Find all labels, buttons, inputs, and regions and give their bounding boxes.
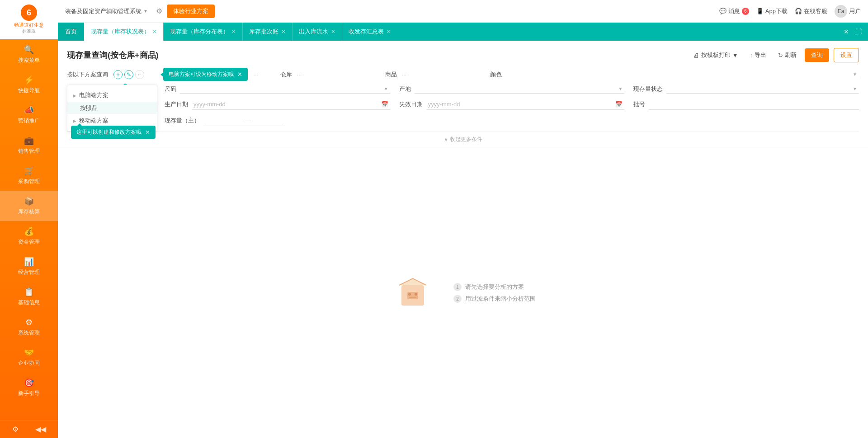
settings-bottom-icon[interactable]: ⚙ — [12, 425, 19, 433]
computer-arrow-icon: ▶ — [73, 93, 76, 98]
size-select[interactable]: ▼ — [180, 85, 390, 94]
tab-inventory-dist-close[interactable]: ✕ — [231, 28, 236, 35]
tab-inventory-status-label: 现存量（库存状况表） — [91, 28, 150, 36]
batch-no-input[interactable] — [649, 99, 859, 110]
production-date-input[interactable]: yyyy-mm-dd 📅 — [192, 99, 390, 110]
collapse-row[interactable]: ∧ 收起更多条件 — [67, 132, 859, 147]
sidebar-item-inventory[interactable]: 📦 库存核算 — [0, 191, 58, 221]
scheme-sub-item[interactable]: 按照品 — [67, 102, 157, 114]
messages-label: 消息 — [728, 7, 740, 15]
avatar: Ea — [835, 5, 847, 18]
tab-bar: 首页 现存量（库存状况表） ✕ 现存量（库存分布表） ✕ 库存批次账 ✕ 出入库… — [58, 23, 868, 41]
origin-select[interactable]: ▼ — [415, 85, 625, 94]
tab-close-all-btn[interactable]: ✕ — [841, 26, 852, 37]
system-selector[interactable]: 装备及固定资产辅助管理系统 ▼ — [65, 7, 148, 15]
arrow-scheme-btn[interactable]: ← — [135, 70, 144, 79]
app-download-action[interactable]: 📱 App下载 — [756, 7, 788, 15]
system-name: 装备及固定资产辅助管理系统 — [65, 7, 142, 15]
stock-status-select[interactable]: ▼ — [666, 85, 859, 94]
stock-main-input[interactable]: — — [203, 115, 285, 126]
tab-inout-flow-label: 出入库流水 — [299, 28, 328, 36]
system-settings-icon[interactable]: ⚙ — [156, 7, 162, 15]
export-action[interactable]: ↑ 导出 — [746, 49, 770, 61]
production-date-icon[interactable]: 📅 — [381, 101, 388, 108]
tab-inventory-dist-label: 现存量（库存分布表） — [170, 28, 229, 36]
size-label: 尺码 — [165, 85, 176, 93]
settings-button[interactable]: 设置 — [834, 48, 859, 62]
print-template-action[interactable]: 🖨 按模板打印 ▼ — [690, 49, 742, 61]
stock-status-filter: 现存量状态 ▼ — [633, 85, 859, 94]
computer-scheme-item[interactable]: ▶ 电脑端方案 — [67, 89, 157, 102]
color-select[interactable]: ▼ — [505, 71, 859, 78]
sidebar-item-finance[interactable]: 💰 资金管理 — [0, 221, 58, 251]
tab-inventory-status[interactable]: 现存量（库存状况表） ✕ — [84, 23, 163, 41]
tab-home[interactable]: 首页 — [58, 23, 84, 41]
user-action[interactable]: Ea 用户 — [835, 5, 861, 18]
tab-batch-account[interactable]: 库存批次账 ✕ — [242, 23, 292, 41]
filter-area: 按以下方案查询 + ✎ ← 电脑方案可设为移动方案哦 ✕ — [58, 62, 868, 147]
size-arrow-icon: ▼ — [384, 86, 388, 91]
size-filter: 尺码 ▼ — [165, 85, 390, 94]
sidebar-bottom: ⚙ ◀◀ — [0, 420, 58, 438]
tab-receive-summary-label: 收发存汇总表 — [349, 28, 384, 36]
operations-icon: 📊 — [24, 257, 34, 267]
stock-main-max[interactable] — [255, 117, 291, 124]
logo-badge: 标准版 — [22, 28, 36, 34]
empty-step-1: 1 请先选择要分析的方案 — [453, 283, 536, 291]
tab-inventory-dist[interactable]: 现存量（库存分布表） ✕ — [163, 23, 242, 41]
scheme-tooltip-close[interactable]: ✕ — [237, 71, 242, 78]
tab-inout-flow[interactable]: 出入库流水 ✕ — [292, 23, 342, 41]
refresh-action[interactable]: ↻ 刷新 — [774, 49, 800, 61]
export-icon: ↑ — [750, 52, 753, 59]
expiry-date-input[interactable]: yyyy-mm-dd 📅 — [426, 99, 625, 110]
sidebar-item-search[interactable]: 🔍 搜索菜单 — [0, 39, 58, 70]
sidebar-item-enterprise[interactable]: 🤝 企业协同 — [0, 342, 58, 372]
tab-home-label: 首页 — [65, 28, 77, 36]
tab-batch-account-close[interactable]: ✕ — [281, 28, 286, 35]
edit-tooltip-arrow — [77, 123, 82, 126]
edit-tooltip-close[interactable]: ✕ — [145, 129, 150, 136]
messages-action[interactable]: 💬 消息 6 — [719, 7, 749, 15]
print-icon: 🖨 — [693, 52, 699, 59]
collapse-sidebar-icon[interactable]: ◀◀ — [35, 425, 46, 433]
trial-button[interactable]: 体验行业方案 — [167, 5, 215, 18]
tab-receive-summary-close[interactable]: ✕ — [387, 28, 391, 35]
basic-info-icon: 📋 — [24, 287, 34, 297]
system-select-arrow-icon: ▼ — [143, 9, 148, 14]
stock-main-min[interactable] — [205, 117, 241, 124]
sidebar-item-guide[interactable]: 🎯 新手引导 — [0, 372, 58, 403]
scheme-tooltip-area: 电脑方案可设为移动方案哦 ✕ ··· — [163, 68, 248, 81]
step-2-text: 用过滤条件来缩小分析范围 — [465, 295, 536, 303]
product-label: 商品 — [385, 71, 397, 79]
sidebar-item-system[interactable]: ⚙ 系统管理 — [0, 312, 58, 342]
add-scheme-btn[interactable]: + — [113, 70, 123, 79]
inventory-icon: 📦 — [24, 196, 34, 206]
system-icon: ⚙ — [25, 317, 33, 327]
production-date-filter: 生产日期 yyyy-mm-dd 📅 — [165, 99, 390, 110]
quick-nav-icon: ⚡ — [24, 75, 34, 85]
empty-text: 1 请先选择要分析的方案 2 用过滤条件来缩小分析范围 — [453, 283, 536, 303]
batch-no-text-input[interactable] — [651, 101, 857, 108]
sidebar-item-sales[interactable]: 💼 销售管理 — [0, 130, 58, 160]
sidebar-item-operations[interactable]: 📊 经营管理 — [0, 251, 58, 282]
sidebar-item-purchase[interactable]: 🛒 采购管理 — [0, 160, 58, 191]
tab-inventory-status-close[interactable]: ✕ — [152, 28, 157, 35]
warehouse-dots: ··· — [297, 71, 302, 78]
tab-receive-summary[interactable]: 收发存汇总表 ✕ — [342, 23, 397, 41]
origin-filter: 产地 ▼ — [399, 85, 625, 94]
computer-scheme-label: 电脑端方案 — [79, 91, 108, 99]
print-template-label: 按模板打印 — [701, 51, 731, 59]
page-content: 现存量查询(按仓库+商品) 🖨 按模板打印 ▼ ↑ 导出 ↻ 刷新 查询 设置 — [58, 41, 868, 438]
tab-fullscreen-btn[interactable]: ⛶ — [853, 26, 864, 37]
edit-scheme-btn[interactable]: ✎ — [124, 70, 133, 79]
query-button[interactable]: 查询 — [805, 48, 829, 62]
sidebar-item-quick-nav[interactable]: ⚡ 快捷导航 — [0, 70, 58, 100]
tab-batch-account-label: 库存批次账 — [249, 28, 278, 36]
page-header-actions: 🖨 按模板打印 ▼ ↑ 导出 ↻ 刷新 查询 设置 — [690, 48, 859, 62]
sidebar-item-marketing[interactable]: 📣 营销推广 — [0, 100, 58, 130]
sidebar-item-basic-info[interactable]: 📋 基础信息 — [0, 282, 58, 312]
tab-inout-flow-close[interactable]: ✕ — [331, 28, 335, 35]
online-service-action[interactable]: 🎧 在线客服 — [795, 7, 827, 15]
filter-grid-row1: 尺码 ▼ 产地 ▼ — [165, 85, 859, 94]
expiry-date-icon[interactable]: 📅 — [615, 101, 623, 108]
